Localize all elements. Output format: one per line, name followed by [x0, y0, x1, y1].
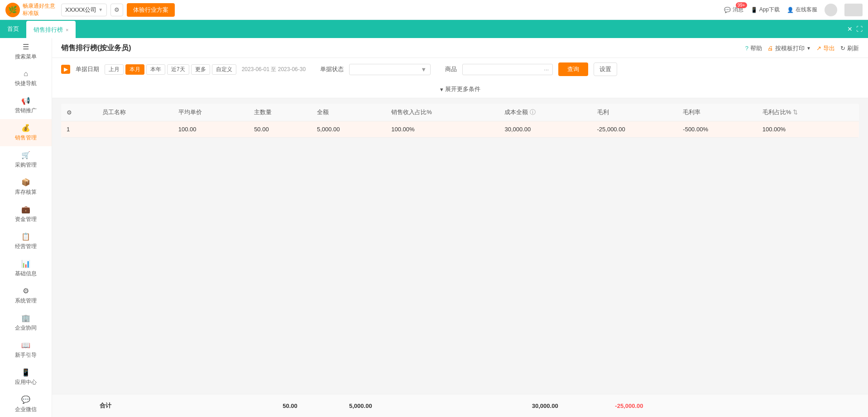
sidebar-item-inventory[interactable]: 📦 库存核算 [0, 173, 52, 201]
tab-sales-ranking[interactable]: 销售排行榜 × [26, 21, 76, 39]
sidebar-item-system[interactable]: ⚙ 系统管理 [0, 282, 52, 309]
page-header: 销售排行榜(按业务员) ? 帮助 🖨 按模板打印 ▼ ↗ 导出 ↻ 刷新 [52, 38, 868, 58]
export-button[interactable]: ↗ 导出 [816, 44, 835, 53]
settings-small-button[interactable]: 设置 [594, 62, 617, 76]
sidebar-item-guide[interactable]: 📖 新手引导 [0, 336, 52, 364]
sidebar-item-purchase[interactable]: 🛒 采购管理 [0, 146, 52, 173]
footer-main-qty: 50.00 [277, 399, 344, 412]
status-filter-label: 单据状态 [320, 65, 344, 73]
print-icon: 🖨 [767, 45, 773, 52]
window-close-icon[interactable]: ✕ [847, 25, 853, 33]
sidebar-item-operations[interactable]: 📋 经营管理 [0, 228, 52, 255]
header-settings-button[interactable]: ⚙ [110, 4, 123, 16]
operations-icon: 📋 [21, 232, 30, 241]
sidebar-item-search-order[interactable]: ☰ 搜索菜单 [0, 38, 52, 65]
table-container: ⚙ 员工名称 平均单价 主数量 全额 销售收入占比% 成本全额 ⓘ 毛利 毛利率… [52, 98, 868, 394]
nav-tabs: 首页 销售排行榜 × ✕ ⛶ [0, 20, 868, 38]
th-amount: 全额 [312, 104, 386, 121]
th-settings: ⚙ [61, 104, 97, 121]
cell-gross-rate: -500.00% [677, 121, 757, 138]
footer-gross-rate [693, 399, 776, 412]
top-header: 🌿 畅康通好生意 标准版 XXXXX公司 ▼ ⚙ 体验行业方案 💬 消息 99+… [0, 0, 868, 20]
data-table: ⚙ 员工名称 平均单价 主数量 全额 销售收入占比% 成本全额 ⓘ 毛利 毛利率… [61, 104, 859, 138]
page-actions: ? 帮助 🖨 按模板打印 ▼ ↗ 导出 ↻ 刷新 [745, 44, 859, 57]
footer-row: 合计 50.00 5,000.00 30,000.00 -25,000.00 [61, 399, 859, 412]
user-name[interactable] [844, 4, 863, 16]
cell-gross: -25,000.00 [592, 121, 678, 138]
cell-amount: 5,000.00 [312, 121, 386, 138]
download-icon: 📱 [751, 7, 758, 13]
chevron-down-icon: ▼ [421, 66, 427, 73]
footer-amount: 5,000.00 [344, 399, 427, 412]
filter-expand-arrow[interactable]: ▶ [61, 65, 70, 74]
date-btn-this-month[interactable]: 本月 [125, 64, 144, 75]
footer-empty [61, 399, 94, 412]
guide-icon: 📖 [21, 341, 30, 350]
cell-name [97, 121, 173, 138]
th-cost: 成本全额 ⓘ [499, 104, 591, 121]
th-gross: 毛利 [592, 104, 678, 121]
content-area: 销售排行榜(按业务员) ? 帮助 🖨 按模板打印 ▼ ↗ 导出 ↻ 刷新 [52, 38, 868, 417]
filter-bar: ▶ 单据日期 上月 本月 本年 近7天 更多 自定义 2023-06-01 至 … [52, 58, 868, 98]
tab-close-icon[interactable]: × [66, 27, 68, 33]
cell-main-qty: 50.00 [249, 121, 312, 138]
cell-avg-price: 100.00 [173, 121, 249, 138]
footer-sales-ratio [427, 399, 527, 412]
table-row: 1 100.00 50.00 5,000.00 100.00% 30,000.0… [61, 121, 859, 138]
main-layout: ☰ 搜索菜单 ⌂ 快捷导航 📢 营销推广 💰 销售管理 🛒 采购管理 📦 库存核… [0, 38, 868, 417]
sidebar: ☰ 搜索菜单 ⌂ 快捷导航 📢 营销推广 💰 销售管理 🛒 采购管理 📦 库存核… [0, 38, 52, 417]
date-filter-label: 单据日期 [76, 65, 99, 73]
date-btn-last-month[interactable]: 上月 [105, 64, 124, 75]
tab-home[interactable]: 首页 [0, 20, 26, 38]
window-maximize-icon[interactable]: ⛶ [856, 25, 863, 33]
template-print-button[interactable]: 🖨 按模板打印 ▼ [767, 44, 811, 53]
date-range-display: 2023-06-01 至 2023-06-30 [242, 66, 306, 73]
sidebar-item-sales[interactable]: 💰 销售管理 [0, 119, 52, 146]
sales-icon: 💰 [21, 124, 30, 132]
refresh-icon: ↻ [840, 45, 845, 52]
help-button[interactable]: ? 帮助 [745, 44, 762, 53]
filter-expand-row: ▾ 展开更多条件 [61, 83, 859, 93]
sidebar-item-apps[interactable]: 📱 应用中心 [0, 364, 52, 391]
sidebar-item-quick-nav[interactable]: ⌂ 快捷导航 [0, 65, 52, 92]
chevron-down-icon: ▼ [98, 7, 103, 12]
sort-icon[interactable]: ⇅ [793, 109, 798, 115]
industry-button[interactable]: 体验行业方案 [127, 3, 175, 17]
expand-more-btn[interactable]: ▾ 展开更多条件 [440, 85, 480, 93]
export-icon: ↗ [816, 45, 821, 52]
sidebar-item-marketing[interactable]: 📢 营销推广 [0, 92, 52, 119]
goods-input[interactable]: ··· [462, 64, 553, 75]
basic-info-icon: 📊 [21, 259, 30, 268]
status-select[interactable]: ▼ [349, 64, 431, 75]
cell-cost: 30,000.00 [499, 121, 591, 138]
message-button[interactable]: 💬 消息 99+ [724, 6, 743, 14]
more-icon: ··· [544, 66, 549, 73]
table-header-row: ⚙ 员工名称 平均单价 主数量 全额 销售收入占比% 成本全额 ⓘ 毛利 毛利率… [61, 104, 859, 121]
footer-gross: -25,000.00 [609, 399, 693, 412]
company-selector[interactable]: XXXXX公司 ▼ [61, 4, 107, 16]
system-icon: ⚙ [23, 287, 29, 295]
th-name: 员工名称 [97, 104, 173, 121]
sidebar-item-enterprise[interactable]: 🏢 企业协同 [0, 309, 52, 336]
date-btn-custom[interactable]: 自定义 [212, 64, 236, 75]
service-icon: 👤 [787, 7, 794, 13]
refresh-button[interactable]: ↻ 刷新 [840, 44, 859, 53]
date-btn-7days[interactable]: 近7天 [167, 64, 189, 75]
sidebar-item-basic-info[interactable]: 📊 基础信息 [0, 255, 52, 282]
footer-label: 合计 [94, 399, 194, 412]
th-avg-price: 平均单价 [173, 104, 249, 121]
footer-gross-ratio [776, 399, 859, 412]
online-service-button[interactable]: 👤 在线客服 [787, 6, 817, 14]
logo-icon: 🌿 [5, 3, 20, 17]
date-btn-this-year[interactable]: 本年 [146, 64, 165, 75]
sidebar-item-finance[interactable]: 💼 资金管理 [0, 201, 52, 228]
wechat-icon: 💬 [21, 395, 30, 404]
chevron-down-icon: ▾ [440, 86, 443, 93]
sidebar-item-wechat[interactable]: 💬 企业微信 [0, 391, 52, 417]
query-button[interactable]: 查询 [558, 62, 588, 76]
info-icon[interactable]: ⓘ [530, 109, 536, 115]
date-btn-more[interactable]: 更多 [191, 64, 210, 75]
page-title: 销售排行榜(按业务员) [61, 43, 131, 58]
avatar[interactable] [825, 4, 837, 16]
app-download-button[interactable]: 📱 App下载 [751, 6, 780, 14]
